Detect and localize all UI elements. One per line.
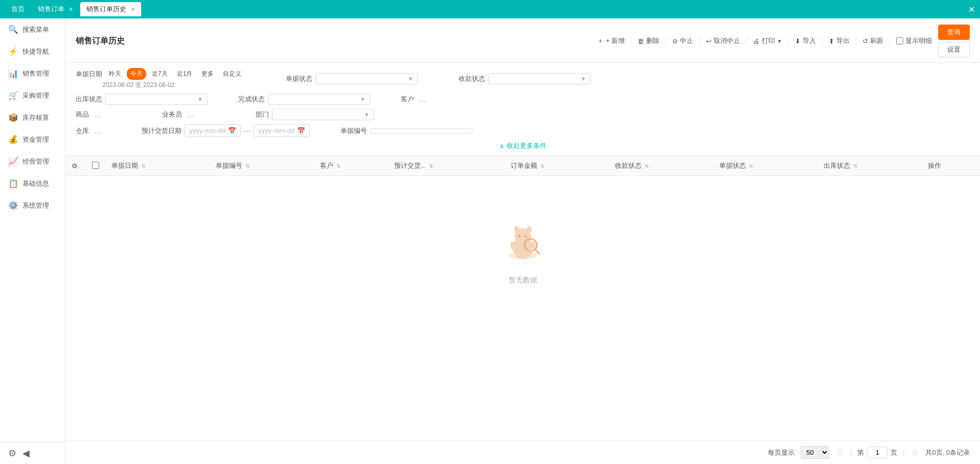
first-page-icon[interactable]: ⟨⟨ [835,448,845,458]
tab-sales-order-history[interactable]: 销售订单历史 ✕ [80,2,141,16]
col-doc-date[interactable]: 单据日期 ⇅ [105,156,210,176]
inventory-calc-icon: 📦 [8,113,18,122]
salesperson-dots[interactable]: ... [187,110,194,119]
export-button[interactable]: ⬆ 导出 [829,36,850,46]
window-close-icon[interactable]: ✕ [968,5,975,14]
sidebar-item-operations-mgmt[interactable]: 📈 经营管理 [0,150,65,172]
col-doc-number[interactable]: 单据编号 ⇅ [210,156,314,176]
sidebar-item-system-mgmt[interactable]: ⚙️ 系统管理 [0,194,65,216]
sidebar-item-basic-info[interactable]: 📋 基础信息 [0,172,65,194]
filter-receipt-status-item: 收款状态 ▼ [459,73,590,84]
collapse-sidebar-icon[interactable]: ◀ [22,448,30,459]
doc-number-input[interactable] [370,128,472,134]
complete-status-arrow-icon: ▼ [360,96,366,102]
svg-line-10 [535,250,539,254]
date-btn-1month[interactable]: 近1月 [173,68,196,80]
col-doc-status[interactable]: 单据状态 ⇅ [713,156,817,176]
date-btn-custom[interactable]: 自定义 [219,68,245,80]
sidebar-item-quick-nav[interactable]: ⚡ 快捷导航 [0,40,65,62]
refresh-icon: ↺ [862,37,868,45]
product-label: 商品 [76,110,89,119]
salesperson-label: 业务员 [162,110,182,119]
tab-sales-order[interactable]: 销售订单 ✕ [32,2,79,16]
page-size-select[interactable]: 50 20 100 [801,446,829,459]
quick-nav-icon: ⚡ [8,47,18,56]
prev-page-icon[interactable]: ⟨ [848,448,854,458]
warehouse-dots[interactable]: ... [94,126,101,136]
department-select[interactable]: ▼ [272,109,374,120]
svg-point-4 [527,226,532,233]
delivery-date-label: 预计交货日期 [142,126,181,136]
filter-doc-status-item: 单据状态 ▼ [286,73,418,84]
settings-icon[interactable]: ⚙ [8,448,16,459]
date-btn-group: 昨天 今天 近7天 近1月 更多 自定义 [105,68,245,80]
sidebar-item-sales-mgmt[interactable]: 📊 销售管理 [0,62,65,84]
page-input[interactable] [867,447,887,458]
sep6 [822,37,823,45]
tab-sales-order-close[interactable]: ✕ [69,6,73,13]
date-btn-more[interactable]: 更多 [198,68,217,80]
select-all-checkbox[interactable] [92,162,99,169]
col-customer[interactable]: 客户 ⇅ [314,156,388,176]
table-settings-col[interactable]: ⚙ [65,156,86,176]
product-dots[interactable]: ... [94,110,101,119]
doc-status-select[interactable]: ▼ [315,73,418,84]
main-layout: 🔍 搜索菜单 ⚡ 快捷导航 📊 销售管理 🛒 采购管理 📦 库存核算 💰 资金管… [0,18,980,464]
receipt-status-select[interactable]: ▼ [488,73,590,84]
filter-row-2: 出库状态 ▼ 完成状态 ▼ 客户 ... [76,94,970,105]
filter-date-item: 单据日期 昨天 今天 近7天 近1月 更多 自定义 2023-06-02 至 2… [76,68,245,90]
last-page-icon[interactable]: ⟩⟩ [910,448,919,458]
customer-dots[interactable]: ... [419,95,426,104]
col-order-amount[interactable]: 订单金额 ⇅ [505,156,609,176]
setting-button[interactable]: 设置 [938,42,970,57]
col-expected-delivery[interactable]: 预计交货... ⇅ [388,156,505,176]
query-button[interactable]: 查询 [938,25,970,40]
print-arrow-icon: ▼ [777,38,782,44]
tab-sales-order-history-close[interactable]: ✕ [130,6,135,13]
sort-icon-customer: ⇅ [336,163,340,169]
stop-button[interactable]: ⊘ 中止 [672,36,693,46]
out-status-select[interactable]: ▼ [105,94,208,105]
page-nav: ⟨⟨ ⟨ 第 页 ⟩ ⟩⟩ [835,447,919,458]
sidebar-item-finance-mgmt[interactable]: 💰 资金管理 [0,128,65,150]
date-btn-yesterday[interactable]: 昨天 [105,68,125,80]
sidebar-item-purchase-mgmt[interactable]: 🛒 采购管理 [0,84,65,106]
filter-product-item: 商品 ... [76,110,101,119]
sidebar-item-search-menu[interactable]: 🔍 搜索菜单 [0,18,65,40]
operations-mgmt-icon: 📈 [8,157,18,166]
filter-row-3: 商品 ... 业务员 ... 部门 ▼ [76,109,970,120]
sidebar-item-inventory-calc[interactable]: 📦 库存核算 [0,106,65,128]
col-out-status[interactable]: 出库状态 ⇅ [817,156,922,176]
doc-status-label: 单据状态 [286,74,312,83]
import-button[interactable]: ⬇ 导入 [795,36,816,46]
next-page-icon[interactable]: ⟩ [900,448,907,458]
display-detail-checkbox[interactable] [896,37,903,45]
tab-home[interactable]: 首页 [5,2,31,16]
filter-row-4: 仓库 ... 预计交货日期 yyyy-mm-dd 📅 — yyyy-mm-dd … [76,124,970,137]
delivery-date-start-input[interactable]: yyyy-mm-dd 📅 [185,124,241,137]
col-receipt-status[interactable]: 收款状态 ⇅ [609,156,713,176]
print-icon: 🖨 [753,37,760,45]
out-status-label: 出库状态 [76,95,102,104]
new-button[interactable]: ＋ + 新增 [597,36,625,46]
date-btn-today[interactable]: 今天 [127,68,146,80]
complete-status-select[interactable]: ▼ [268,94,370,105]
page-header: 销售订单历史 ＋ + 新增 🗑 删除 ⊘ 中止 [65,18,980,63]
cancel-stop-icon: ↩ [706,37,712,45]
delete-button[interactable]: 🗑 删除 [637,36,659,46]
sort-icon-doc-status: ⇅ [749,163,753,169]
collapse-row[interactable]: ∧ 收起更多条件 [76,141,970,150]
display-detail-checkbox-label[interactable]: 显示明细 [896,36,932,46]
date-btn-7days[interactable]: 近7天 [148,68,171,80]
print-button[interactable]: 🖨 打印 ▼ [753,36,782,46]
delivery-date-end-input[interactable]: yyyy-mm-dd 📅 [254,124,310,137]
table-area: ⚙ 单据日期 ⇅ 单据编号 ⇅ 客户 [65,156,980,440]
svg-point-7 [519,235,521,236]
sort-icon-expected-delivery: ⇅ [429,163,433,169]
empty-text: 暂无数据 [509,276,537,285]
refresh-button[interactable]: ↺ 刷新 [862,36,883,46]
cancel-stop-button[interactable]: ↩ 取消中止 [706,36,740,46]
empty-icon [497,217,549,270]
filter-out-status-item: 出库状态 ▼ [76,94,208,105]
purchase-mgmt-icon: 🛒 [8,91,18,100]
